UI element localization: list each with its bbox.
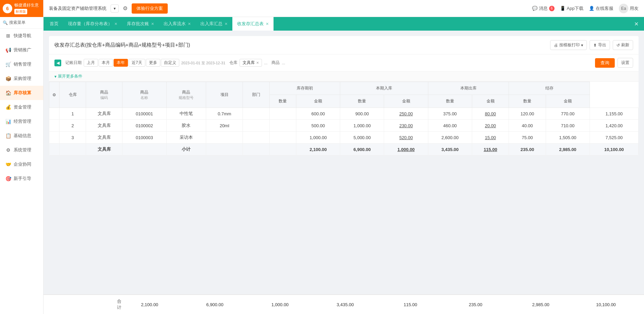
footer-bal-qty: 2,985.00 bbox=[508, 302, 574, 307]
date-btn-7days[interactable]: 近7天 bbox=[129, 59, 145, 67]
col-name-header: 商品名称 bbox=[122, 82, 166, 108]
row-out-amt: 120.00 bbox=[509, 108, 546, 120]
date-btn-custom[interactable]: 自定义 bbox=[161, 59, 179, 67]
sales-icon: 🛒 bbox=[5, 62, 11, 67]
tab-summary-close[interactable]: ✕ bbox=[225, 22, 228, 26]
topbar-trial-button[interactable]: 体验行业方案 bbox=[132, 3, 168, 14]
sidebar-item-label: 快捷导航 bbox=[14, 33, 31, 39]
footer-in-amt: 3,435.00 bbox=[313, 302, 378, 307]
row-settings bbox=[49, 144, 60, 155]
row-settings bbox=[49, 132, 60, 144]
tab-home[interactable]: 首页 bbox=[45, 17, 63, 31]
sidebar-item-operations[interactable]: 📊 经营管理 bbox=[0, 114, 43, 129]
row-out-qty[interactable]: 20.00 bbox=[472, 120, 509, 132]
row-opening-amt: 900.00 bbox=[340, 108, 384, 120]
inventory-icon: 🏠 bbox=[5, 90, 11, 96]
logo-icon: 6 bbox=[3, 4, 12, 13]
row-in-qty[interactable]: 230.00 bbox=[384, 120, 428, 132]
tab-inventory-dist-label: 现存量（库存分布表） bbox=[68, 21, 112, 27]
warehouse-tag[interactable]: 文具库 ✕ bbox=[240, 59, 262, 67]
tab-summary[interactable]: 出入库汇总 ✕ bbox=[196, 17, 232, 31]
col-out-amt-header: 金额 bbox=[472, 95, 509, 108]
tab-batch-close[interactable]: ✕ bbox=[151, 22, 154, 26]
expand-button[interactable]: ▾ 展开更多条件 bbox=[54, 73, 82, 79]
col-in-qty-header: 数量 bbox=[340, 95, 384, 108]
goods-more[interactable]: ... bbox=[282, 61, 285, 65]
tab-batch-label: 库存批次账 bbox=[127, 21, 149, 27]
settings-col-header[interactable]: ⚙ bbox=[49, 82, 60, 108]
topbar-gear-icon[interactable]: ⚙ bbox=[123, 5, 128, 12]
export-icon: ⬆ bbox=[593, 43, 597, 48]
sidebar-item-inventory[interactable]: 🏠 库存核算 bbox=[0, 86, 43, 100]
date-filter-group: 记账日期 上月 本月 本年 近7天 更多 自定义 2023-01-01 至 20… bbox=[65, 59, 225, 67]
sidebar-item-base[interactable]: 📋 基础信息 bbox=[0, 129, 43, 143]
row-dept bbox=[269, 120, 296, 132]
sidebar-item-guide[interactable]: 🎯 新手引导 bbox=[0, 171, 43, 186]
service-label: 在线客服 bbox=[596, 5, 613, 12]
row-dept bbox=[269, 144, 296, 155]
print-icon: 🖨 bbox=[554, 43, 558, 48]
sidebar-item-label: 经营管理 bbox=[14, 118, 31, 125]
col-warehouse-header: 仓库 bbox=[60, 82, 86, 108]
base-icon: 📋 bbox=[5, 133, 11, 138]
sidebar-item-marketing[interactable]: 📢 营销推广 bbox=[0, 43, 43, 57]
date-btn-this-year[interactable]: 本年 bbox=[114, 59, 128, 67]
tab-batch[interactable]: 库存批次账 ✕ bbox=[122, 17, 159, 31]
query-button[interactable]: 查询 bbox=[595, 58, 615, 68]
page-header: 收发存汇总表(按仓库+商品编码+商品+规格型号+项目+部门) 🖨 按模板打印 ▾… bbox=[49, 36, 639, 54]
row-warehouse: 文具库 bbox=[86, 132, 122, 144]
goods-filter-group: 商品 ... bbox=[271, 60, 285, 66]
filter-toggle-button[interactable]: ◀ bbox=[54, 60, 61, 66]
app-download-button[interactable]: 📱 App下载 bbox=[560, 5, 583, 12]
sidebar-item-quick-nav[interactable]: ⊞ 快捷导航 bbox=[0, 29, 43, 43]
row-in-qty[interactable]: 520.00 bbox=[384, 132, 428, 144]
row-in-qty[interactable]: 250.00 bbox=[384, 108, 428, 120]
sidebar-item-finance[interactable]: 💰 资金管理 bbox=[0, 100, 43, 114]
tabbar-close-all[interactable]: ✕ bbox=[630, 21, 643, 27]
refresh-button[interactable]: ↺ 刷新 bbox=[613, 40, 633, 50]
user-menu[interactable]: Ea 用友 bbox=[619, 4, 639, 13]
tab-flow-close[interactable]: ✕ bbox=[188, 22, 191, 26]
online-service-button[interactable]: 👤 在线客服 bbox=[589, 5, 613, 12]
tab-recv-summary[interactable]: 收发存汇总表 ✕ bbox=[232, 17, 274, 31]
refresh-label: 刷新 bbox=[621, 42, 629, 48]
user-label: 用友 bbox=[630, 5, 639, 12]
topbar-system-select[interactable]: ▾ bbox=[111, 4, 119, 13]
export-button[interactable]: ⬆ 导出 bbox=[590, 40, 610, 50]
data-table-container: ⚙ 仓库 商品编码 商品名称 商品规格型号 项目 部门 库存期初 本期入库 本期… bbox=[49, 82, 639, 155]
message-button[interactable]: 💬 消息 6 bbox=[532, 5, 555, 12]
sidebar-item-collab[interactable]: 🤝 企业协同 bbox=[0, 157, 43, 171]
row-spec: 20ml bbox=[206, 120, 243, 132]
row-out-qty[interactable]: 80.00 bbox=[472, 108, 509, 120]
col-bal-qty-header: 数量 bbox=[509, 95, 546, 108]
filter-settings-button[interactable]: 设置 bbox=[617, 58, 633, 68]
row-code bbox=[122, 144, 166, 155]
row-spec bbox=[206, 132, 243, 144]
tab-inventory-dist[interactable]: 现存量（库存分布表） ✕ bbox=[63, 17, 122, 31]
sidebar-item-system[interactable]: ⚙ 系统管理 bbox=[0, 143, 43, 157]
tab-flow[interactable]: 出入库流水 ✕ bbox=[159, 17, 196, 31]
col-in-header: 本期入库 bbox=[340, 82, 428, 95]
sidebar-item-label: 库存核算 bbox=[14, 90, 31, 96]
tab-inventory-dist-close[interactable]: ✕ bbox=[114, 22, 117, 26]
warehouse-filter-group: 仓库 文具库 ✕ ... bbox=[229, 59, 267, 67]
col-spec-header: 商品规格型号 bbox=[166, 82, 206, 108]
date-btn-last-month[interactable]: 上月 bbox=[84, 59, 98, 67]
date-btn-this-month[interactable]: 本月 bbox=[99, 59, 113, 67]
warehouse-more[interactable]: ... bbox=[264, 61, 267, 65]
table-row: 1 文具库 0100001 中性笔 0.7mm 600.00 900.00 25… bbox=[49, 108, 639, 120]
row-name: 采访本 bbox=[166, 132, 206, 144]
sidebar-item-purchase[interactable]: 📦 采购管理 bbox=[0, 71, 43, 86]
sidebar-search[interactable]: 🔍 搜索菜单 bbox=[0, 17, 43, 29]
footer-opening-amt: 6,900.00 bbox=[182, 302, 248, 307]
warehouse-tag-close[interactable]: ✕ bbox=[256, 61, 259, 65]
sidebar-item-sales[interactable]: 🛒 销售管理 bbox=[0, 57, 43, 71]
row-settings bbox=[49, 108, 60, 120]
date-btn-more[interactable]: 更多 bbox=[146, 59, 160, 67]
row-in-qty[interactable]: 1,000.00 bbox=[384, 144, 428, 155]
row-out-qty[interactable]: 115.00 bbox=[472, 144, 509, 155]
print-button[interactable]: 🖨 按模板打印 ▾ bbox=[550, 40, 587, 50]
tab-recv-summary-close[interactable]: ✕ bbox=[266, 22, 269, 26]
row-out-qty[interactable]: 15.00 bbox=[472, 132, 509, 144]
topbar: 装备及固定资产辅助管理系统 ▾ ⚙ 体验行业方案 💬 消息 6 📱 App下载 … bbox=[44, 0, 644, 17]
